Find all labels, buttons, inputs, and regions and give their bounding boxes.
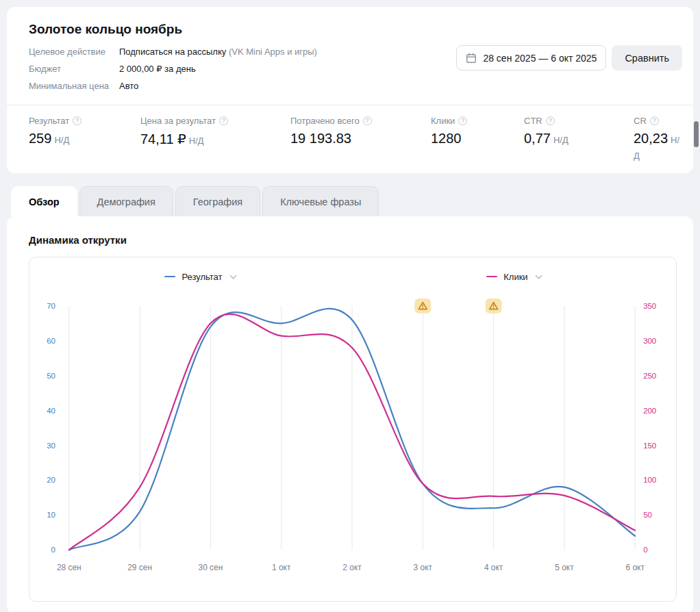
y-axis-label: 200 <box>643 407 656 415</box>
x-axis-label: 6 окт <box>625 563 645 572</box>
scrollbar-thumb[interactable] <box>694 121 699 147</box>
y-axis-label: 150 <box>643 442 656 450</box>
field-row-budget: Бюджет 2 000,00 ₽ за день <box>29 64 317 75</box>
tab-overview[interactable]: Обзор <box>11 186 77 216</box>
header-top: Золотое кольцо ноябрь Целевое действие П… <box>29 22 682 98</box>
y-axis-label: 300 <box>643 337 656 345</box>
x-axis-label: 5 окт <box>555 563 574 572</box>
stat-value: 259 <box>29 131 51 146</box>
help-icon[interactable]: ? <box>650 116 659 125</box>
field-row-objective: Целевое действие Подписаться на рассылку… <box>29 47 317 58</box>
y-axis-label: 0 <box>51 546 55 554</box>
stat-label: CR <box>634 116 647 126</box>
field-label: Бюджет <box>29 64 119 75</box>
field-value: Подписаться на рассылку (VK Mini Apps и … <box>119 47 317 58</box>
campaign-header-card: Золотое кольцо ноябрь Целевое действие П… <box>7 7 693 173</box>
chart-legend: Результат Клики <box>39 266 666 288</box>
x-axis-label: 2 окт <box>342 563 362 572</box>
field-row-min-price: Минимальная цена Авто <box>29 81 317 92</box>
tab-geography[interactable]: География <box>175 186 260 216</box>
stat-value: 74,11 ₽ <box>140 131 186 146</box>
y-axis-label: 60 <box>47 337 55 345</box>
objective-value: Подписаться на рассылку <box>119 47 226 57</box>
stat-label: Потрачено всего <box>290 116 360 126</box>
y-axis-label: 50 <box>47 372 55 380</box>
warning-icon[interactable] <box>486 298 502 314</box>
legend-label: Клики <box>503 272 527 282</box>
date-range-button[interactable]: 28 сен 2025 — 6 окт 2025 <box>456 45 606 71</box>
header-actions: 28 сен 2025 — 6 окт 2025 Сравнить <box>456 45 682 71</box>
field-label: Минимальная цена <box>29 81 119 92</box>
help-icon[interactable]: ? <box>458 116 467 125</box>
stat-ctr: CTR? 0,77Н/Д <box>524 116 634 162</box>
tab-demography[interactable]: Демография <box>79 186 173 216</box>
y-axis-label: 10 <box>47 511 55 519</box>
stat-clicks: Клики? 1280 <box>431 116 524 162</box>
legend-dash-result <box>164 276 175 277</box>
campaign-title: Золотое кольцо ноябрь <box>29 22 317 37</box>
x-axis-label: 30 сен <box>199 563 223 572</box>
stat-label: Цена за результат <box>140 116 216 126</box>
stat-cost-per-result: Цена за результат? 74,11 ₽Н/Д <box>140 116 290 162</box>
y-axis-label: 100 <box>643 476 656 484</box>
compare-button[interactable]: Сравнить <box>612 45 682 71</box>
stat-label: CTR <box>524 116 542 126</box>
legend-item-clicks[interactable]: Клики <box>486 272 540 282</box>
x-axis-label: 4 окт <box>484 563 503 572</box>
legend-dash-clicks <box>486 276 497 277</box>
chart-section-title: Динамика открутки <box>29 234 677 246</box>
chart-svg: 28 сен29 сен30 сен1 окт2 окт3 окт4 окт5 … <box>39 288 666 601</box>
stat-label: Клики <box>431 116 455 126</box>
min-price-value: Авто <box>119 81 138 92</box>
objective-note: (VK Mini Apps и игры) <box>229 47 317 57</box>
stat-value: 0,77 <box>524 131 551 146</box>
y-axis-label: 70 <box>47 302 55 310</box>
stats-row: Результат? 259Н/Д Цена за результат? 74,… <box>29 105 682 162</box>
help-icon[interactable]: ? <box>73 116 82 125</box>
x-axis-label: 3 окт <box>414 563 433 572</box>
field-label: Целевое действие <box>29 47 119 58</box>
y-axis-label: 20 <box>47 476 55 484</box>
date-range-label: 28 сен 2025 — 6 окт 2025 <box>483 53 597 64</box>
y-axis-label: 40 <box>47 407 55 415</box>
help-icon[interactable]: ? <box>546 116 555 125</box>
stat-value: 20,23 <box>634 131 668 146</box>
legend-item-result[interactable]: Результат <box>164 272 235 282</box>
stat-value: 19 193.83 <box>290 131 351 146</box>
budget-value: 2 000,00 ₽ за день <box>119 64 196 75</box>
stat-suffix: Н/Д <box>553 135 568 145</box>
help-icon[interactable]: ? <box>363 116 372 125</box>
stat-cr: CR? 20,23Н/Д <box>634 116 682 162</box>
tab-key-phrases[interactable]: Ключевые фразы <box>262 186 379 216</box>
stat-result: Результат? 259Н/Д <box>29 116 140 162</box>
help-icon[interactable]: ? <box>219 116 228 125</box>
chevron-down-icon <box>229 272 236 279</box>
overview-content-card: Динамика открутки Результат Клики 28 сен… <box>7 216 693 612</box>
x-axis-label: 28 сен <box>57 563 82 572</box>
stat-suffix: Н/Д <box>189 136 204 146</box>
stat-label: Результат <box>29 116 69 126</box>
header-left: Золотое кольцо ноябрь Целевое действие П… <box>29 22 317 98</box>
y-axis-label: 0 <box>643 546 647 554</box>
y-axis-label: 350 <box>643 302 656 310</box>
stat-suffix: Н/Д <box>54 135 69 145</box>
x-axis-label: 1 окт <box>272 563 291 572</box>
stat-total-spent: Потрачено всего? 19 193.83 <box>290 116 431 162</box>
calendar-icon <box>466 53 477 64</box>
chevron-down-icon <box>535 272 542 279</box>
y-axis-label: 50 <box>643 511 652 519</box>
x-axis-label: 29 сен <box>127 563 152 572</box>
chart-box: Результат Клики 28 сен29 сен30 сен1 окт2… <box>29 257 677 602</box>
stat-value: 1280 <box>431 131 462 146</box>
y-axis-label: 250 <box>643 372 656 380</box>
warning-icon[interactable] <box>414 298 431 314</box>
legend-label: Результат <box>182 272 222 282</box>
y-axis-label: 30 <box>47 442 55 450</box>
tabs-bar: Обзор Демография География Ключевые фраз… <box>11 186 693 216</box>
